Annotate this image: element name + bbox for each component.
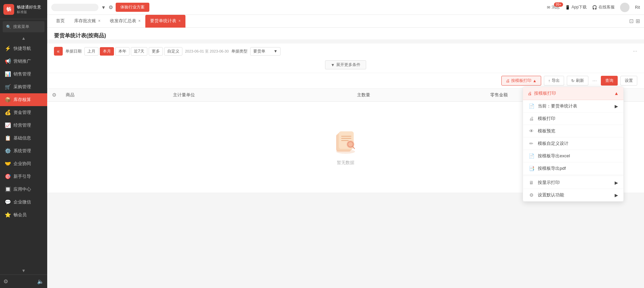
tab-receipt-summary[interactable]: 收发存汇总表 × xyxy=(105,15,145,28)
current-template-arrow: ▶ xyxy=(615,104,618,109)
dropdown-set-default[interactable]: ⚙ 设置默认功能 ▶ xyxy=(523,189,623,201)
username-label: Rit xyxy=(635,5,640,10)
template-custom-icon: ✏ xyxy=(528,141,534,146)
filter-expand-btn[interactable]: « xyxy=(54,47,63,56)
main-area: ▼ ⚙ 体验行业方案 ✉ 消息 99+ 📱 App下载 🎧 在线客服 Rit 首… xyxy=(47,0,644,288)
dropdown-template-export-excel[interactable]: 📄 按模板导出excel xyxy=(523,150,623,162)
expand-icon: ▼ xyxy=(331,63,335,67)
sidebar-scroll-up[interactable]: ▲ xyxy=(0,34,47,42)
filter-actions-bar: ▼ 展开更多条件 xyxy=(47,59,644,73)
tab-receipt-summary-close[interactable]: × xyxy=(138,19,141,23)
tab-inventory-batch[interactable]: 库存批次账 × xyxy=(69,15,105,28)
tab-order-stats-close[interactable]: × xyxy=(178,19,181,23)
sidebar-item-marketing[interactable]: 📢 营销推广 xyxy=(0,55,47,68)
date-btn-custom[interactable]: 自定义 xyxy=(164,47,182,56)
app-download-btn[interactable]: 📱 App下载 xyxy=(565,4,587,10)
date-btn-this-month[interactable]: 本月 xyxy=(100,47,114,56)
dropdown-template-export-pdf[interactable]: 📑 按模板导出pdf xyxy=(523,162,623,175)
export-btn[interactable]: ↑ 导出 xyxy=(544,76,564,86)
tab-order-stats[interactable]: 要货单统计表 × xyxy=(145,15,185,28)
dropdown-title: 🖨 按模板打印 xyxy=(528,90,556,96)
message-icon: ✉ xyxy=(547,5,550,10)
expand-more-conditions-btn[interactable]: ▼ 展开更多条件 xyxy=(325,60,366,69)
sidebar-item-label: 销售管理 xyxy=(13,71,31,77)
window-maximize-icon[interactable]: ⊞ xyxy=(636,18,640,24)
sidebar-search[interactable]: 🔍 搜索菜单 xyxy=(3,21,45,32)
user-avatar[interactable] xyxy=(620,3,630,12)
speaker-bottom-icon[interactable]: 🔈 xyxy=(37,278,44,285)
print-dropdown-menu: 🖨 按模板打印 ▲ 📄 当前：要货单统计表 ▶ 🖨 模板打印 xyxy=(523,87,624,202)
settings-bottom-icon[interactable]: ⚙ xyxy=(3,278,8,285)
sidebar-item-system[interactable]: ⚙️ 系统管理 xyxy=(0,145,47,157)
sidebar-item-wechat[interactable]: 💬 企业微信 xyxy=(0,196,47,209)
topbar-nav-dropdown[interactable]: ▼ xyxy=(101,5,106,10)
dropdown-close-icon[interactable]: ▲ xyxy=(614,91,619,96)
topbar-gear-icon[interactable]: ⚙ xyxy=(109,4,113,10)
marketing-icon: 📢 xyxy=(5,58,11,64)
dropdown-current-template[interactable]: 📄 当前：要货单统计表 ▶ xyxy=(523,100,623,113)
date-btn-7days[interactable]: 近7天 xyxy=(131,47,147,56)
sidebar-item-member[interactable]: ⭐ 畅会员 xyxy=(0,209,47,221)
inventory-icon: 📦 xyxy=(5,97,11,103)
empty-state-icon xyxy=(329,129,362,156)
dropdown-display-print[interactable]: 🖥 按显示打印 ▶ xyxy=(523,177,623,189)
sidebar-item-finance[interactable]: 💰 资金管理 xyxy=(0,106,47,119)
print-template-btn[interactable]: 🖨 按模板打印 ▲ xyxy=(501,76,541,86)
toolbar: 🖨 按模板打印 ▲ ↑ 导出 ↻ 刷新 ··· 查询 设置 🖨 按模板打印 xyxy=(47,73,644,89)
table-header-unit: 主计量单位 xyxy=(168,89,353,102)
headset-icon: 🎧 xyxy=(592,5,597,10)
dropdown-template-custom[interactable]: ✏ 模板自定义设计 xyxy=(523,137,623,150)
sidebar-item-guide[interactable]: 🎯 新手引导 xyxy=(0,170,47,183)
dropdown-template-preview[interactable]: 👁 模板预览 xyxy=(523,125,623,137)
date-btn-this-year[interactable]: 本年 xyxy=(115,47,129,56)
set-default-arrow: ▶ xyxy=(615,193,618,198)
refresh-icon: ↻ xyxy=(571,78,575,83)
export-pdf-icon: 📑 xyxy=(528,166,534,171)
order-type-select[interactable]: 要货单 ▼ xyxy=(250,47,281,56)
page-header: 要货单统计表(按商品) xyxy=(47,28,644,39)
date-btn-more[interactable]: 更多 xyxy=(149,47,163,56)
window-restore-icon[interactable]: ⊡ xyxy=(629,18,634,24)
print-header-icon: 🖨 xyxy=(528,91,532,96)
filter-more-btn[interactable]: ··· xyxy=(633,48,637,54)
sidebar-item-basic[interactable]: 📋 基础信息 xyxy=(0,132,47,145)
refresh-btn[interactable]: ↻ 刷新 xyxy=(567,76,588,86)
current-template-icon: 📄 xyxy=(528,103,534,109)
basic-icon: 📋 xyxy=(5,135,11,141)
tabs-window-controls: ⊡ ⊞ xyxy=(629,18,640,24)
tab-inventory-batch-close[interactable]: × xyxy=(98,19,100,23)
finance-icon: 💰 xyxy=(5,109,11,116)
messages-btn[interactable]: ✉ 消息 99+ xyxy=(547,4,560,10)
apps-icon: 🔲 xyxy=(5,186,11,192)
more-options-btn[interactable]: ··· xyxy=(591,78,598,84)
settings-btn[interactable]: 设置 xyxy=(620,76,637,86)
table-header-product: 商品 xyxy=(61,89,168,102)
sidebar-item-collab[interactable]: 🤝 企业协同 xyxy=(0,157,47,170)
order-type-label: 单据类型 xyxy=(231,49,247,54)
sidebar-item-label: 新手引导 xyxy=(13,173,31,180)
phone-icon: 📱 xyxy=(565,5,570,10)
sidebar-item-inventory[interactable]: 📦 库存核算 xyxy=(0,93,47,106)
quick-nav-icon: ⚡ xyxy=(5,45,11,52)
sidebar-item-label: 应用中心 xyxy=(13,186,31,192)
table-settings-icon[interactable]: ⚙ xyxy=(52,92,56,98)
query-btn[interactable]: 查询 xyxy=(601,76,618,86)
sidebar-item-apps[interactable]: 🔲 应用中心 xyxy=(0,183,47,196)
dropdown-header: 🖨 按模板打印 ▲ xyxy=(523,87,623,100)
export-icon: ↑ xyxy=(548,78,550,83)
sidebar-item-purchase[interactable]: 🛒 采购管理 xyxy=(0,81,47,93)
display-print-icon: 🖥 xyxy=(528,180,534,185)
online-service-btn[interactable]: 🎧 在线客服 xyxy=(592,4,615,10)
member-icon: ⭐ xyxy=(5,212,11,218)
trial-btn[interactable]: 体验行业方案 xyxy=(116,3,149,12)
date-btn-last-month[interactable]: 上月 xyxy=(84,47,98,56)
sidebar-item-quick-nav[interactable]: ⚡ 快捷导航 xyxy=(0,42,47,55)
sidebar-scroll-down[interactable]: ▼ xyxy=(0,267,47,275)
date-range-display: 2023-06-01 至 2023-06-30 xyxy=(185,49,229,54)
tab-home[interactable]: 首页 xyxy=(51,15,69,28)
sidebar-item-sales[interactable]: 📊 销售管理 xyxy=(0,68,47,81)
tabs-bar: 首页 库存批次账 × 收发存汇总表 × 要货单统计表 × ⊡ ⊞ xyxy=(47,15,644,28)
dropdown-template-print[interactable]: 🖨 模板打印 xyxy=(523,113,623,125)
topbar-search-input[interactable] xyxy=(51,4,98,11)
sidebar-item-operations[interactable]: 📈 经营管理 xyxy=(0,119,47,132)
